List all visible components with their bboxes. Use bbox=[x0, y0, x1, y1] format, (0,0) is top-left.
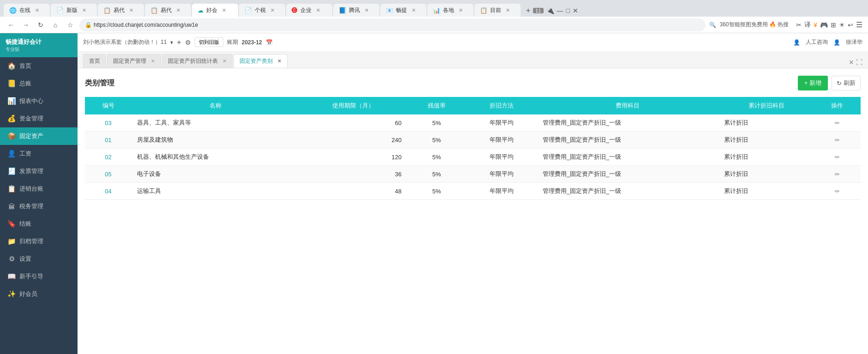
cell-expense: 管理费用_固定资产折旧_一级 bbox=[537, 149, 719, 166]
sidebar-item-closing[interactable]: 🔖 结账 bbox=[0, 215, 78, 233]
code-link[interactable]: 05 bbox=[105, 171, 111, 178]
edit-icon[interactable]: ✏ bbox=[835, 188, 840, 195]
page-tab-home[interactable]: 首页 bbox=[83, 54, 106, 68]
browser-tab-online[interactable]: 🌐 在线 ✕ bbox=[4, 4, 50, 17]
ledger-icon: 📒 bbox=[7, 79, 16, 88]
main-content: 刘小艳演示系套（勿删勿动！）11 ▾ + ⚙ 切到旧版 账期 2023-12 📅… bbox=[78, 33, 868, 354]
cell-accumulated: 累计折旧 bbox=[718, 132, 814, 149]
menu-icon[interactable]: ☰ bbox=[856, 20, 862, 29]
browser-tab-tengxun[interactable]: 📘 腾讯 ✕ bbox=[333, 4, 379, 17]
cell-code: 05 bbox=[85, 166, 132, 183]
reload-button[interactable]: ↻ bbox=[35, 19, 46, 30]
user-expand-icon[interactable]: ▾ bbox=[170, 39, 173, 46]
col-header-code: 编号 bbox=[85, 97, 132, 114]
code-link[interactable]: 01 bbox=[105, 137, 111, 144]
sidebar-item-funds[interactable]: 💰 资金管理 bbox=[0, 110, 78, 127]
minimize-icon[interactable]: — bbox=[557, 7, 563, 14]
sidebar-item-home[interactable]: 🏠 首页 bbox=[0, 57, 78, 75]
top-bar-left: 刘小艳演示系套（勿删勿动！）11 ▾ + ⚙ 切到旧版 账期 2023-12 📅 bbox=[83, 37, 273, 47]
sidebar-item-invoice[interactable]: 🧾 发票管理 bbox=[0, 162, 78, 180]
page-tab-asset-category[interactable]: 固定资产类别 ✕ bbox=[233, 54, 287, 68]
code-link[interactable]: 03 bbox=[105, 120, 111, 126]
refresh-icon: ↻ bbox=[837, 80, 842, 87]
code-link[interactable]: 04 bbox=[105, 188, 111, 195]
grid-icon[interactable]: ⊞ bbox=[831, 21, 836, 29]
undo-icon[interactable]: ↩ bbox=[848, 21, 853, 29]
close-tab-depreciation-table[interactable]: ✕ bbox=[222, 58, 227, 64]
add-button[interactable]: + 新增 bbox=[798, 76, 828, 90]
browser-tab-changjie[interactable]: 📧 畅提 ✕ bbox=[380, 4, 426, 17]
consult-label[interactable]: 人工咨询 bbox=[806, 38, 828, 46]
page-tab-fixed-assets-mgmt[interactable]: 固定资产管理 ✕ bbox=[107, 54, 161, 68]
closing-icon: 🔖 bbox=[7, 220, 16, 228]
sidebar-logo-text: 畅捷通好会计 专业版 bbox=[6, 38, 42, 53]
cell-action: ✏ bbox=[814, 149, 861, 166]
code-link[interactable]: 02 bbox=[105, 154, 111, 161]
cell-expense: 管理费用_固定资产折旧_一级 bbox=[537, 166, 719, 183]
browser-tab-gedi[interactable]: 📊 各地 ✕ bbox=[427, 4, 473, 17]
add-account-icon[interactable]: + bbox=[177, 38, 181, 47]
browser-tab-new[interactable]: 📄 新版 ✕ bbox=[51, 4, 97, 17]
close-tab-fixed-assets-mgmt[interactable]: ✕ bbox=[151, 58, 155, 64]
edit-icon[interactable]: ✏ bbox=[835, 137, 840, 144]
back-button[interactable]: ← bbox=[6, 19, 17, 30]
table-header-row: 编号 名称 使用期限（月） 残值率 折旧方法 费用科目 累计折旧科目 操作 bbox=[85, 97, 861, 114]
switch-version-button[interactable]: 切到旧版 bbox=[195, 37, 223, 47]
sidebar-item-reports[interactable]: 📊 报表中心 bbox=[0, 92, 78, 110]
col-header-residual: 残值率 bbox=[407, 97, 466, 114]
content-area: 类别管理 + 新增 ↻ 刷新 编号 名称 使用期限（月） 残值率 bbox=[78, 68, 868, 354]
edit-icon[interactable]: ✏ bbox=[835, 154, 840, 161]
brightness-icon[interactable]: ☀ bbox=[839, 21, 845, 29]
cell-expense: 管理费用_固定资产折旧_一级 bbox=[537, 114, 719, 132]
game-icon[interactable]: 🎮 bbox=[820, 21, 828, 29]
cell-action: ✏ bbox=[814, 183, 861, 200]
cell-action: ✏ bbox=[814, 114, 861, 132]
cell-name: 房屋及建筑物 bbox=[132, 132, 299, 149]
sidebar-item-guide[interactable]: 📖 新手引导 bbox=[0, 268, 78, 285]
settings-icon-top[interactable]: ⚙ bbox=[185, 39, 191, 46]
close-browser-icon[interactable]: ✕ bbox=[573, 7, 578, 14]
close-tab-asset-category[interactable]: ✕ bbox=[277, 58, 281, 64]
sidebar-header: 畅捷通好会计 专业版 bbox=[0, 33, 78, 57]
browser-tab-yidai2[interactable]: 📋 易代 ✕ bbox=[145, 4, 191, 17]
page-tab-depreciation-table[interactable]: 固定资产折旧统计表 ✕ bbox=[162, 54, 233, 68]
sidebar-item-tax[interactable]: 🏛 税务管理 bbox=[0, 198, 78, 215]
sidebar-item-membership[interactable]: ✨ 好会员 bbox=[0, 285, 78, 303]
new-tab-icon[interactable]: + bbox=[526, 6, 530, 15]
col-header-months: 使用期限（月） bbox=[300, 97, 407, 114]
currency-icon[interactable]: ¥ bbox=[814, 21, 817, 29]
forward-button[interactable]: → bbox=[20, 19, 31, 30]
browser-tab-muqian[interactable]: 📋 目前 ✕ bbox=[474, 4, 521, 17]
home-button[interactable]: ⌂ bbox=[50, 19, 61, 30]
cell-code: 04 bbox=[85, 183, 132, 200]
browser-tab-geshui[interactable]: 📄 个税 ✕ bbox=[239, 4, 285, 17]
expand-panel-icon[interactable]: ⛶ bbox=[856, 59, 862, 66]
extensions-icon[interactable]: 🔌 bbox=[546, 7, 554, 14]
edit-icon[interactable]: ✏ bbox=[835, 120, 840, 126]
cell-method: 年限平均 bbox=[466, 149, 537, 166]
sidebar-item-settings[interactable]: ⚙ 设置 bbox=[0, 250, 78, 268]
url-input[interactable]: 🔒 https://cloud.chanjet.com/accounting/u… bbox=[79, 18, 706, 31]
translate-icon[interactable]: 译 bbox=[804, 21, 811, 29]
sidebar-item-archive[interactable]: 📁 归档管理 bbox=[0, 233, 78, 250]
close-panel-icon[interactable]: ✕ bbox=[849, 59, 854, 66]
bookmark-button[interactable]: ☆ bbox=[65, 19, 76, 30]
cut-icon[interactable]: ✂ bbox=[796, 21, 802, 29]
cell-accumulated: 累计折旧 bbox=[718, 183, 814, 200]
col-header-accumulated: 累计折旧科目 bbox=[718, 97, 814, 114]
refresh-button[interactable]: ↻ 刷新 bbox=[832, 76, 861, 90]
sidebar-item-purchase-sales[interactable]: 📋 进销台账 bbox=[0, 180, 78, 198]
sidebar-item-payroll[interactable]: 👤 工资 bbox=[0, 145, 78, 162]
calendar-icon[interactable]: 📅 bbox=[266, 39, 273, 46]
cell-name: 运输工具 bbox=[132, 183, 299, 200]
cell-code: 01 bbox=[85, 132, 132, 149]
maximize-icon[interactable]: □ bbox=[566, 7, 570, 14]
sidebar-item-fixed-assets[interactable]: 📦 固定资产 bbox=[0, 127, 78, 145]
browser-tab-qiye[interactable]: 🅒 企业 ✕ bbox=[286, 4, 332, 17]
browser-tab-yidai1[interactable]: 📋 易代 ✕ bbox=[98, 4, 144, 17]
sidebar-item-ledger[interactable]: 📒 总账 bbox=[0, 75, 78, 92]
browser-tab-haohuiji[interactable]: ☁ 好会 ✕ bbox=[192, 4, 238, 17]
edit-icon[interactable]: ✏ bbox=[835, 171, 840, 178]
cell-action: ✏ bbox=[814, 132, 861, 149]
fixed-assets-icon: 📦 bbox=[7, 132, 16, 140]
